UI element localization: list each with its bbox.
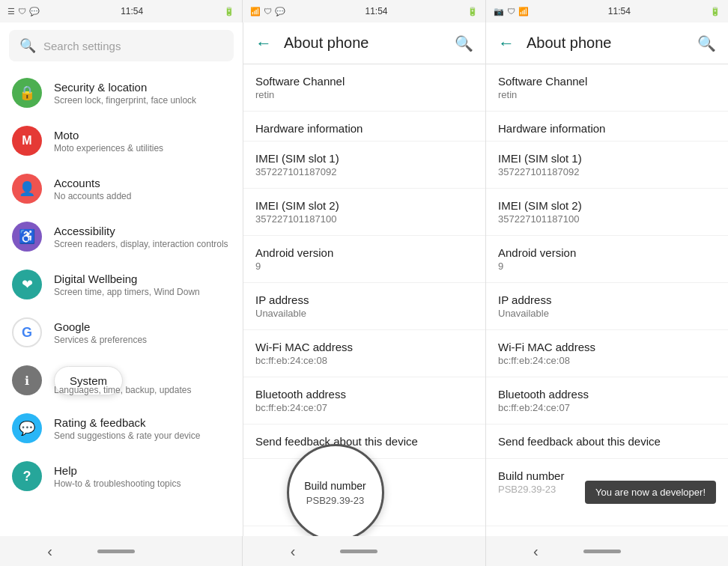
back-button-1[interactable]: ← [255, 34, 272, 53]
accounts-title: Accounts [54, 177, 131, 189]
security-title: Security & location [54, 81, 196, 94]
imei2-item-2[interactable]: IMEI (SIM slot 2) 357227101187100 [486, 189, 728, 236]
build-circle-title-1: Build number [304, 480, 366, 492]
imei1-item-2[interactable]: IMEI (SIM slot 1) 357227101187092 [486, 142, 728, 189]
security-icon-circle: 🔒 [12, 78, 42, 108]
accounts-text: Accounts No accounts added [54, 177, 131, 201]
about-panel-2: ← About phone 🔍 Software Channel retin H… [486, 22, 728, 536]
imei1-title-2: IMEI (SIM slot 1) [498, 152, 716, 165]
security-subtitle: Screen lock, fingerprint, face unlock [54, 95, 196, 106]
hardware-info-header-1: Hardware information [243, 112, 485, 142]
accessibility-subtitle: Screen readers, display, interaction con… [54, 239, 228, 249]
settings-item-accounts[interactable]: 👤 Accounts No accounts added [0, 165, 243, 213]
settings-item-security[interactable]: 🔒 Security & location Screen lock, finge… [0, 69, 243, 117]
search-placeholder: Search settings [43, 40, 121, 52]
battery-icon-2: 🔋 [467, 7, 478, 16]
status-icon-msg2: 💬 [275, 7, 285, 16]
android-version-title-2: Android version [498, 246, 716, 259]
system-icon-circle: ℹ [12, 365, 42, 395]
accessibility-icon-circle: ♿ [12, 222, 42, 252]
google-subtitle: Services & preferences [54, 335, 147, 345]
status-icon-signal: 📶 [250, 7, 261, 16]
android-version-title-1: Android version [255, 246, 473, 259]
bluetooth-item-2[interactable]: Bluetooth address bc:ff:eb:24:ce:07 [486, 377, 728, 424]
imei2-subtitle-1: 357227101187100 [255, 213, 473, 225]
search-bar[interactable]: 🔍 Search settings [9, 30, 234, 61]
build-circle-value-1: PSB29.39-23 [306, 495, 364, 506]
wifi-mac-item-2[interactable]: Wi-Fi MAC address bc:ff:eb:24:ce:08 [486, 330, 728, 377]
feedback-item-2[interactable]: Send feedback about this device [486, 424, 728, 459]
feedback-title-1: Send feedback about this device [255, 435, 473, 448]
moto-icon-circle: M [12, 126, 42, 156]
feedback-title-2: Send feedback about this device [498, 435, 716, 448]
battery-icon-3: 🔋 [710, 7, 721, 16]
hardware-info-header-2: Hardware information [486, 112, 728, 142]
digital-wellbeing-text: Digital Wellbeing Screen time, app timer… [54, 273, 200, 297]
ip-address-item-2[interactable]: IP address Unavailable [486, 283, 728, 330]
status-icon-shield3: 🛡 [507, 7, 515, 16]
google-text: Google Services & preferences [54, 320, 147, 345]
help-subtitle: How-to & troubleshooting topics [54, 478, 181, 489]
bluetooth-item-1[interactable]: Bluetooth address bc:ff:eb:24:ce:07 [243, 377, 485, 424]
home-pill-1 [97, 550, 135, 553]
build-number-container-1[interactable]: Build number PSB29.39-23 [243, 459, 485, 526]
about-title-2: About phone [527, 34, 685, 52]
search-button-1[interactable]: 🔍 [455, 34, 473, 52]
status-panel-right: 📷 🛡 📶 11:54 🔋 [486, 0, 728, 22]
build-number-container-2[interactable]: Build number PSB29.39-23 You are now a d… [486, 459, 728, 526]
status-panel-left: ☰ 🛡 💬 11:54 🔋 [0, 0, 243, 22]
software-channel-item-1[interactable]: Software Channel retin [243, 64, 485, 112]
bottom-nav: ‹ ‹ ‹ [0, 536, 728, 566]
imei1-item-1[interactable]: IMEI (SIM slot 1) 357227101187092 [243, 142, 485, 189]
settings-item-help[interactable]: ? Help How-to & troubleshooting topics [0, 452, 243, 500]
imei1-subtitle-1: 357227101187092 [255, 166, 473, 177]
bluetooth-subtitle-1: bc:ff:eb:24:ce:07 [255, 402, 473, 413]
about-content-2: Software Channel retin Hardware informat… [486, 64, 728, 536]
android-version-item-2[interactable]: Android version 9 [486, 236, 728, 283]
back-button-2[interactable]: ← [498, 34, 515, 53]
status-icon-msg: 💬 [29, 7, 40, 16]
help-icon-circle: ? [12, 461, 42, 491]
settings-item-rating[interactable]: 💬 Rating & feedback Send suggestions & r… [0, 404, 243, 452]
wifi-mac-subtitle-1: bc:ff:eb:24:ce:08 [255, 355, 473, 366]
software-channel-subtitle-2: retin [498, 89, 716, 100]
build-number-subtitle-2: PSB29.39-23 [498, 484, 564, 495]
bluetooth-title-1: Bluetooth address [255, 388, 473, 401]
settings-item-digital-wellbeing[interactable]: ❤ Digital Wellbeing Screen time, app tim… [0, 261, 243, 308]
build-circle-1: Build number PSB29.39-23 [287, 444, 384, 536]
accessibility-title: Accessibility [54, 225, 228, 237]
settings-item-system[interactable]: ℹ System Languages, time, backup, update… [0, 356, 243, 404]
system-subtitle: Languages, time, backup, updates [54, 385, 191, 395]
digital-wellbeing-title: Digital Wellbeing [54, 273, 200, 285]
back-nav-icon-1[interactable]: ‹ [47, 543, 52, 560]
status-time-1: 11:54 [121, 6, 143, 16]
wifi-mac-item-1[interactable]: Wi-Fi MAC address bc:ff:eb:24:ce:08 [243, 330, 485, 377]
back-nav-icon-2[interactable]: ‹ [291, 543, 296, 560]
accounts-subtitle: No accounts added [54, 191, 131, 201]
bottom-nav-panel-1: ‹ [0, 536, 243, 566]
bluetooth-title-2: Bluetooth address [498, 388, 716, 401]
bluetooth-subtitle-2: bc:ff:eb:24:ce:07 [498, 402, 716, 413]
settings-item-accessibility[interactable]: ♿ Accessibility Screen readers, display,… [0, 213, 243, 261]
digital-wellbeing-subtitle: Screen time, app timers, Wind Down [54, 287, 200, 297]
search-button-2[interactable]: 🔍 [697, 34, 716, 52]
imei2-title-2: IMEI (SIM slot 2) [498, 199, 716, 212]
about-header-2: ← About phone 🔍 [486, 22, 728, 64]
home-pill-2 [340, 550, 377, 553]
accessibility-text: Accessibility Screen readers, display, i… [54, 225, 228, 249]
imei2-subtitle-2: 357227101187100 [498, 213, 716, 225]
back-nav-icon-3[interactable]: ‹ [533, 543, 539, 560]
ip-address-item-1[interactable]: IP address Unavailable [243, 283, 485, 330]
imei2-item-1[interactable]: IMEI (SIM slot 2) 357227101187100 [243, 189, 485, 236]
main-content: 🔍 Search settings 🔒 Security & location … [0, 22, 728, 536]
wifi-mac-subtitle-2: bc:ff:eb:24:ce:08 [498, 355, 716, 366]
search-icon: 🔍 [19, 37, 36, 54]
about-panel-1: ← About phone 🔍 Software Channel retin H… [243, 22, 486, 536]
ip-address-title-2: IP address [498, 293, 716, 306]
software-channel-item-2[interactable]: Software Channel retin [486, 64, 728, 112]
android-version-item-1[interactable]: Android version 9 [243, 236, 485, 283]
settings-item-google[interactable]: G Google Services & preferences [0, 308, 243, 356]
rating-title: Rating & feedback [54, 416, 200, 429]
status-panel-mid: 📶 🛡 💬 11:54 🔋 [243, 0, 485, 22]
settings-item-moto[interactable]: M Moto Moto experiences & utilities [0, 117, 243, 165]
